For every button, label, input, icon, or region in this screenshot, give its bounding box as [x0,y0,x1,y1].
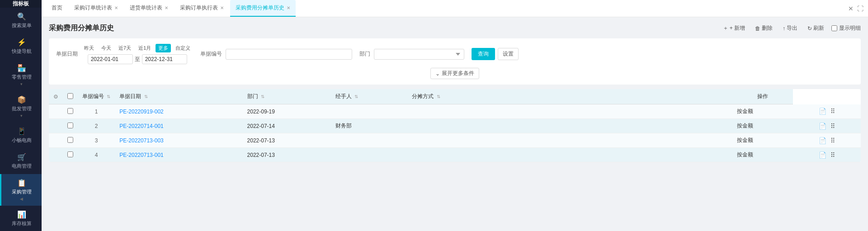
view-action-btn[interactable]: 📄 [819,123,826,130]
more-action-btn[interactable]: ⠿ [830,137,835,144]
tab-home[interactable]: 首页 [46,0,68,17]
sidebar-item-search[interactable]: 🔍 搜索菜单 [0,8,42,33]
row-settings-cell [49,104,63,119]
toolbar: ＋ + 新增 🗑 删除 ↑ 导出 ↻ 刷新 显示明细 [720,23,861,34]
display-toggle-checkbox[interactable] [831,25,837,31]
row-checkbox[interactable] [67,137,73,143]
col-checkbox [63,89,78,104]
sort-icon[interactable]: ⇅ [144,94,148,99]
gear-icon[interactable]: ⚙ [53,94,58,100]
tab-home-label: 首页 [52,4,62,12]
inventory-icon: 📊 [17,210,26,219]
view-action-btn[interactable]: 📄 [819,108,826,115]
row-checkbox[interactable] [67,123,73,128]
more-action-btn[interactable]: ⠿ [830,123,835,130]
export-icon: ↑ [783,25,785,32]
doc-no-link[interactable]: PE-20220713-001 [119,152,163,158]
dept-select[interactable] [374,49,464,60]
mini-app-icon: 📱 [17,127,26,136]
row-doc-no-cell: PE-20220919-002 [115,104,242,119]
sidebar-item-retail[interactable]: 🏪 零售管理 ▾ [0,59,42,91]
more-shortcut[interactable]: 更多 [156,44,171,52]
search-row: 单据日期 昨天 今天 近7天 近1月 更多 自定义 至 [56,44,854,64]
sort-icon[interactable]: ⇅ [261,94,264,99]
refresh-button[interactable]: ↻ 刷新 [805,23,827,34]
page-content: 采购费用分摊单历史 ＋ + 新增 🗑 删除 ↑ 导出 ↻ 刷新 [42,17,868,231]
col-dept-label: 部门 [247,93,258,99]
row-checkbox-cell [63,104,78,119]
expand-row: ⌄ 展开更多条件 [56,68,854,79]
row-dept-cell [331,133,407,148]
doc-no-input[interactable] [226,49,352,60]
wholesale-icon: 📦 [17,95,26,104]
sidebar-item-purchase[interactable]: 📋 采购管理 ◀ [0,174,42,206]
tab-purchase-order-exec[interactable]: 采购订单执行表 ✕ [175,0,229,17]
chevron-right-icon: ◀ [20,197,23,201]
display-toggle[interactable]: 显示明细 [831,24,861,32]
sort-icon[interactable]: ⇅ [437,94,440,99]
expand-button[interactable]: ⌄ 展开更多条件 [430,68,479,79]
row-settings-cell [49,148,63,162]
sidebar-item-inventory[interactable]: 📊 库存核算 [0,206,42,231]
col-handler-label: 经手人 [335,93,352,99]
today-shortcut[interactable]: 今天 [99,44,114,52]
table-row: 2 PE-20220714-001 2022-07-14 财务部 按金额 📄 ⠿ [49,119,861,133]
setting-button[interactable]: 设置 [498,48,519,60]
chevron-down-icon: ▾ [20,113,23,118]
sidebar-item-mini-app[interactable]: 📱 小畅电商 [0,123,42,148]
tab-purchase-order-stats[interactable]: 采购订单统计表 ✕ [69,0,123,17]
date-field: 单据日期 昨天 今天 近7天 近1月 更多 自定义 至 [56,44,193,64]
doc-no-link[interactable]: PE-20220713-003 [119,137,163,144]
row-handler-cell [407,148,732,162]
view-action-btn[interactable]: 📄 [819,137,826,144]
sidebar-item-label: 采购管理 [12,189,32,195]
sidebar-item-ecommerce[interactable]: 🛒 电商管理 [0,148,42,174]
close-icon[interactable]: ✕ [114,5,118,10]
select-all-checkbox[interactable] [67,93,73,99]
tab-goods-stats[interactable]: 进货单统计表 ✕ [124,0,174,17]
close-window-icon[interactable]: ✕ [848,5,854,12]
tab-bar: 首页 采购订单统计表 ✕ 进货单统计表 ✕ 采购订单执行表 ✕ 采购费用分摊单历… [42,0,868,17]
tab-label: 进货单统计表 [130,4,162,12]
col-doc-date-label: 单据日期 [119,93,141,99]
col-split-method: 分摊方式 ⇅ [407,89,732,104]
search-actions: 查询 设置 [472,48,519,60]
sort-icon[interactable]: ⇅ [107,94,110,99]
row-checkbox[interactable] [67,151,73,157]
refresh-icon: ↻ [807,25,812,32]
col-split-method-label: 分摊方式 [412,93,434,99]
yesterday-shortcut[interactable]: 昨天 [81,44,97,52]
close-icon[interactable]: ✕ [220,5,224,10]
expand-chevron-icon: ⌄ [435,71,440,77]
custom-shortcut[interactable]: 自定义 [173,44,193,52]
search-bar: 单据日期 昨天 今天 近7天 近1月 更多 自定义 至 [49,38,861,85]
close-icon[interactable]: ✕ [287,5,290,10]
row-checkbox[interactable] [67,108,73,114]
add-label: + 新增 [730,24,745,32]
sort-icon[interactable]: ⇅ [354,94,358,99]
tab-purchase-cost-history[interactable]: 采购费用分摊单历史 ✕ [230,0,296,17]
export-button[interactable]: ↑ 导出 [780,23,800,34]
more-action-btn[interactable]: ⠿ [830,151,835,159]
date-to-input[interactable] [142,54,187,64]
last1month-shortcut[interactable]: 近1月 [136,44,154,52]
doc-no-link[interactable]: PE-20220919-002 [119,108,163,115]
main-area: 首页 采购订单统计表 ✕ 进货单统计表 ✕ 采购订单执行表 ✕ 采购费用分摊单历… [42,0,868,231]
close-icon[interactable]: ✕ [165,5,168,10]
sidebar-item-wholesale[interactable]: 📦 批发管理 ▾ [0,91,42,123]
restore-window-icon[interactable]: ⛶ [857,5,863,12]
sidebar-item-quick-nav[interactable]: ⚡ 快捷导航 [0,33,42,59]
page-title: 采购费用分摊单历史 [49,24,114,33]
col-handler: 经手人 ⇅ [331,89,407,104]
last7days-shortcut[interactable]: 近7天 [116,44,134,52]
sidebar-item-label: 小畅电商 [12,137,32,144]
view-action-btn[interactable]: 📄 [819,151,826,159]
add-button[interactable]: ＋ + 新增 [720,23,748,34]
date-input-row: 至 [88,54,187,64]
more-action-btn[interactable]: ⠿ [830,108,835,115]
row-num-cell: 4 [78,148,115,162]
query-button[interactable]: 查询 [472,48,495,60]
date-from-input[interactable] [88,54,133,64]
delete-button[interactable]: 🗑 删除 [752,23,775,34]
doc-no-link[interactable]: PE-20220714-001 [119,123,163,129]
